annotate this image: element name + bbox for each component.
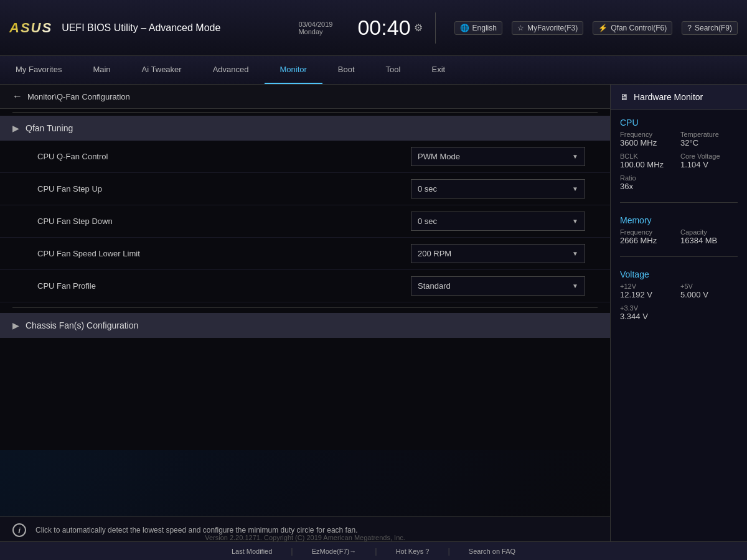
dropdown-arrow-icon: ▼ [572, 185, 578, 192]
cpu-fan-step-down-label: CPU Fan Step Down [37, 217, 113, 226]
hw-divider-2 [620, 256, 738, 257]
section-expand-icon: ▶ [12, 320, 19, 330]
search-button[interactable]: ? Search(F9) [682, 21, 738, 35]
hot-keys-button[interactable]: Hot Keys ? [390, 548, 436, 555]
cpu-fan-profile-label: CPU Fan Profile [37, 281, 96, 291]
search-faq-label: Search on FAQ [469, 548, 515, 555]
myfavorite-button[interactable]: ☆ MyFavorite(F3) [512, 21, 583, 35]
qfan-button[interactable]: ⚡ Qfan Control(F6) [593, 21, 672, 35]
myfavorite-label: MyFavorite(F3) [527, 24, 578, 32]
chassis-fan-label: Chassis Fan(s) Configuration [26, 320, 138, 330]
cpu-fan-speed-lower-limit-row: CPU Fan Speed Lower Limit 200 RPM ▼ [0, 238, 610, 270]
hardware-monitor-panel: 🖥 Hardware Monitor CPU Frequency 3600 MH… [610, 85, 747, 560]
cpu-fan-step-down-row: CPU Fan Step Down 0 sec ▼ [0, 205, 610, 238]
cpu-fan-speed-lower-limit-label: CPU Fan Speed Lower Limit [37, 249, 140, 258]
date-display: 03/04/2019Monday [298, 21, 332, 35]
nav-my-favorites[interactable]: My Favorites [0, 56, 77, 84]
footer-sep-3: | [448, 546, 449, 556]
breadcrumb: ← Monitor\Q-Fan Configuration [0, 85, 610, 109]
cpu-qfan-control-value: PWM Mode [418, 152, 460, 161]
nav-boot[interactable]: Boot [322, 56, 370, 84]
hw-v33: +3.3V 3.344 V [620, 304, 677, 321]
last-modified-button[interactable]: Last Modified [225, 548, 278, 555]
info-icon: i [12, 523, 26, 537]
qfan-label: Qfan Control(F6) [611, 24, 667, 32]
hw-cpu-core-volt: Core Voltage 1.104 V [680, 152, 738, 169]
hw-mem-capacity: Capacity 16384 MB [680, 228, 738, 245]
dropdown-arrow-icon: ▼ [572, 250, 578, 257]
cpu-qfan-control-select[interactable]: PWM Mode ▼ [411, 147, 585, 166]
monitor-icon: 🖥 [620, 92, 629, 102]
cpu-fan-step-down-value: 0 sec [418, 217, 437, 226]
hw-monitor-title: 🖥 Hardware Monitor [611, 85, 747, 110]
info-bar: i Click to automatically detect the lowe… [0, 516, 610, 543]
cpu-fan-step-up-value: 0 sec [418, 184, 437, 194]
question-icon: ? [687, 24, 692, 32]
hw-memory-grid: Frequency 2666 MHz Capacity 16384 MB [611, 228, 747, 251]
header: ASUS UEFI BIOS Utility – Advanced Mode 0… [0, 0, 747, 56]
nav-bar: My Favorites Main Ai Tweaker Advanced Mo… [0, 56, 747, 85]
hw-cpu-ratio: Ratio 36x [620, 174, 677, 191]
qfan-tuning-section[interactable]: ▶ Qfan Tuning [0, 116, 610, 141]
cpu-qfan-control-label: CPU Q-Fan Control [37, 152, 108, 161]
search-faq-button[interactable]: Search on FAQ [463, 548, 522, 555]
back-arrow[interactable]: ← [12, 91, 22, 102]
asus-logo: ASUS [9, 20, 52, 36]
cpu-fan-step-up-label: CPU Fan Step Up [37, 184, 102, 194]
hw-v12: +12V 12.192 V [620, 282, 677, 299]
hw-divider-1 [620, 202, 738, 203]
hot-keys-label: Hot Keys ? [396, 548, 430, 555]
bios-title: UEFI BIOS Utility – Advanced Mode [62, 22, 220, 34]
cpu-fan-step-up-row: CPU Fan Step Up 0 sec ▼ [0, 173, 610, 205]
nav-advanced[interactable]: Advanced [197, 56, 265, 84]
nav-ai-tweaker[interactable]: Ai Tweaker [126, 56, 197, 84]
english-button[interactable]: 🌐 English [454, 21, 502, 35]
ezmode-button[interactable]: EzMode(F7)→ [306, 548, 363, 555]
hw-memory-title: Memory [611, 208, 747, 228]
cpu-fan-step-up-select[interactable]: 0 sec ▼ [411, 179, 585, 198]
hw-voltage-grid: +12V 12.192 V +5V 5.000 V +3.3V 3.344 V [611, 282, 747, 327]
datetime-block: 03/04/2019Monday [298, 21, 332, 35]
english-label: English [472, 24, 497, 32]
hw-cpu-temp: Temperature 32°C [680, 131, 738, 147]
nav-tool[interactable]: Tool [370, 56, 416, 84]
qfan-tuning-label: Qfan Tuning [26, 123, 73, 133]
cpu-fan-step-down-select[interactable]: 0 sec ▼ [411, 212, 585, 231]
chassis-fan-section[interactable]: ▶ Chassis Fan(s) Configuration [0, 313, 610, 338]
hw-cpu-bclk: BCLK 100.00 MHz [620, 152, 677, 169]
gear-icon[interactable]: ⚙ [414, 22, 423, 34]
hw-cpu-grid: Frequency 3600 MHz Temperature 32°C BCLK… [611, 131, 747, 197]
cpu-fan-speed-lower-limit-value: 200 RPM [418, 249, 451, 258]
top-divider [12, 112, 598, 113]
search-label: Search(F9) [695, 24, 732, 32]
section-divider [12, 307, 598, 308]
cpu-fan-profile-row: CPU Fan Profile Standard ▼ [0, 270, 610, 302]
time-display: 00:40 [357, 16, 410, 40]
globe-icon: 🌐 [460, 24, 469, 32]
cpu-qfan-control-row: CPU Q-Fan Control PWM Mode ▼ [0, 141, 610, 173]
last-modified-label: Last Modified [232, 548, 272, 555]
section-expand-icon: ▶ [12, 123, 19, 133]
nav-main[interactable]: Main [77, 56, 126, 84]
nav-exit[interactable]: Exit [416, 56, 461, 84]
footer-sep-1: | [291, 546, 293, 556]
hw-cpu-freq: Frequency 3600 MHz [620, 131, 677, 147]
ezmode-label: EzMode(F7)→ [312, 548, 357, 555]
info-text: Click to automatically detect the lowest… [35, 526, 358, 534]
hw-v5: +5V 5.000 V [680, 282, 738, 299]
footer: Last Modified | EzMode(F7)→ | Hot Keys ?… [0, 541, 747, 560]
fan-icon: ⚡ [598, 24, 608, 32]
hw-voltage-title: Voltage [611, 262, 747, 282]
dropdown-arrow-icon: ▼ [572, 218, 578, 225]
dropdown-arrow-icon: ▼ [572, 153, 578, 160]
cpu-fan-profile-select[interactable]: Standard ▼ [411, 276, 585, 296]
footer-sep-2: | [375, 546, 377, 556]
breadcrumb-path: Monitor\Q-Fan Configuration [27, 92, 130, 101]
hw-mem-freq: Frequency 2666 MHz [620, 228, 677, 245]
asus-brand: ASUS [9, 20, 52, 36]
cpu-fan-speed-lower-limit-select[interactable]: 200 RPM ▼ [411, 244, 585, 263]
cpu-fan-profile-value: Standard [418, 281, 451, 291]
header-controls: 🌐 English ☆ MyFavorite(F3) ⚡ Qfan Contro… [454, 21, 738, 35]
nav-monitor[interactable]: Monitor [265, 56, 322, 84]
favorite-icon: ☆ [517, 24, 524, 32]
